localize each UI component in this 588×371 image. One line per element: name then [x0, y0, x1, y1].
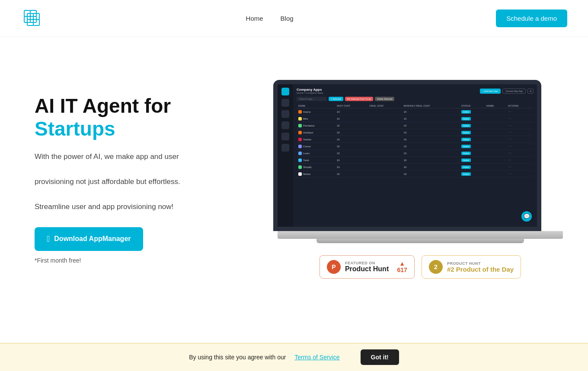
col-admin: ADMIN	[484, 104, 506, 108]
laptop-screen: Company Apps Home / Company Apps + Add N…	[273, 80, 541, 231]
cell-name: Twist	[297, 157, 335, 164]
app-header-bar: Company Apps Home / Company Apps + Add N…	[297, 88, 534, 94]
table-row: Asana 10 10 Active ⋯	[297, 108, 534, 115]
cell-actions: ⋯	[506, 150, 534, 157]
cell-status: Active	[460, 150, 484, 157]
cell-admin	[484, 171, 506, 178]
cell-admin	[484, 143, 506, 150]
cell-admin	[484, 150, 506, 157]
filter-selected: 1 Selected	[329, 97, 343, 101]
cell-status: Active	[460, 115, 484, 122]
cell-actions: ⋯	[506, 164, 534, 171]
cell-seat-cost: 10	[335, 136, 368, 143]
col-status: STATUS	[460, 104, 484, 108]
table-row: HubSpot 10 10 Active ⋯	[297, 129, 534, 136]
cell-final-cost	[368, 115, 402, 122]
sidebar-dot-active	[281, 88, 289, 95]
nav-blog[interactable]: Blog	[281, 15, 294, 22]
action-button[interactable]: ⋯	[508, 137, 511, 141]
action-button[interactable]: ⋯	[508, 110, 511, 114]
sidebar-dot-3	[281, 121, 289, 129]
cell-name: Miro	[297, 115, 335, 122]
ph-featured-label: FEATURED ON	[345, 261, 393, 265]
app-title-text: Company Apps	[297, 88, 323, 92]
hero-section: AI IT Agent for Startups With the power …	[0, 37, 588, 313]
cell-admin	[484, 136, 506, 143]
cell-status: Active	[460, 136, 484, 143]
cell-seat-cost: 10	[335, 164, 368, 171]
app-ui: Company Apps Home / Company Apps + Add N…	[278, 84, 537, 227]
ph-vote-count: 617	[397, 266, 407, 273]
cell-status: Active	[460, 122, 484, 129]
cell-final-cost	[368, 136, 402, 143]
settings-btn[interactable]: ⚙	[527, 89, 534, 94]
cell-final-cost	[368, 171, 402, 178]
nav-links: Home Blog	[246, 15, 294, 22]
action-button[interactable]: ⋯	[508, 117, 511, 120]
cell-name: Canva	[297, 143, 335, 150]
cell-monthly: 10	[402, 136, 460, 143]
action-button[interactable]: ⋯	[508, 172, 511, 176]
cell-final-cost	[368, 150, 402, 157]
app-main-content: Company Apps Home / Company Apps + Add N…	[293, 84, 537, 227]
app-table: NAME SEAT COST FINAL COST MONTHLY FINAL …	[297, 104, 534, 178]
hero-left: AI IT Agent for Startups With the power …	[35, 95, 180, 263]
nav-home[interactable]: Home	[246, 15, 263, 22]
table-header-row: NAME SEAT COST FINAL COST MONTHLY FINAL …	[297, 104, 534, 108]
desc-line1: With the power of AI, we make app and us…	[35, 152, 179, 161]
connect-app-btn[interactable]: Connect New App	[502, 89, 526, 94]
cell-status: Active	[460, 164, 484, 171]
app-search-input[interactable]	[297, 97, 327, 101]
cell-monthly: 10	[402, 108, 460, 115]
cell-seat-cost: 10	[335, 122, 368, 129]
cell-actions: ⋯	[506, 136, 534, 143]
cell-actions: ⋯	[506, 129, 534, 136]
chat-bubble[interactable]: 💬	[521, 211, 532, 222]
col-final-cost: FINAL COST	[368, 104, 402, 108]
cell-admin	[484, 129, 506, 136]
action-button[interactable]: ⋯	[508, 151, 511, 155]
filter-not-from-todo: Not Selected From To-do	[345, 97, 374, 101]
cell-final-cost	[368, 108, 402, 115]
cell-status: Active	[460, 171, 484, 178]
action-button[interactable]: ⋯	[508, 165, 511, 169]
cell-admin	[484, 115, 506, 122]
cell-status: Active	[460, 143, 484, 150]
cell-final-cost	[368, 164, 402, 171]
first-month-text: *First month free!	[35, 257, 180, 264]
action-button[interactable]: ⋯	[508, 158, 511, 162]
cell-monthly: 10	[402, 143, 460, 150]
add-user-btn[interactable]: + Add New User	[480, 89, 501, 94]
table-row: Canva 10 10 Active ⋯	[297, 143, 534, 150]
product-of-day-badge[interactable]: 2 PRODUCT HUNT #2 Product of the Day	[422, 255, 521, 279]
ph-vote: ▲ 617	[397, 260, 407, 273]
hero-right: Company Apps Home / Company Apps + Add N…	[273, 80, 567, 279]
cell-actions: ⋯	[506, 122, 534, 129]
sidebar-dot-1	[281, 99, 289, 107]
cell-actions: ⋯	[506, 157, 534, 164]
cell-monthly: 10	[402, 157, 460, 164]
action-button[interactable]: ⋯	[508, 124, 511, 127]
headline-line1: AI IT Agent for	[35, 95, 171, 117]
pod-info: PRODUCT HUNT #2 Product of the Day	[447, 261, 514, 273]
sidebar-dot-2	[281, 110, 289, 118]
laptop-base	[278, 231, 563, 239]
hero-description: With the power of AI, we make app and us…	[35, 151, 180, 213]
hero-headline: AI IT Agent for Startups	[35, 95, 180, 140]
pod-name: #2 Product of the Day	[447, 266, 514, 273]
action-button[interactable]: ⋯	[508, 144, 511, 148]
cell-monthly: 10	[402, 129, 460, 136]
cell-actions: ⋯	[506, 115, 534, 122]
download-button[interactable]:  Download AppManager	[35, 227, 143, 251]
schedule-demo-button[interactable]: Schedule a demo	[496, 10, 567, 27]
cell-name: HubSpot	[297, 129, 335, 136]
filter-delete: Delete Selected	[375, 97, 394, 101]
ph-name: Product Hunt	[345, 265, 393, 273]
cell-seat-cost: 10	[335, 108, 368, 115]
col-name: NAME	[297, 104, 335, 108]
action-button[interactable]: ⋯	[508, 130, 511, 134]
navbar: Home Blog Schedule a demo	[0, 0, 588, 37]
product-hunt-badge[interactable]: P FEATURED ON Product Hunt ▲ 617	[320, 255, 415, 279]
cell-name: Shopify	[297, 164, 335, 171]
col-seat-cost: SEAT COST	[335, 104, 368, 108]
